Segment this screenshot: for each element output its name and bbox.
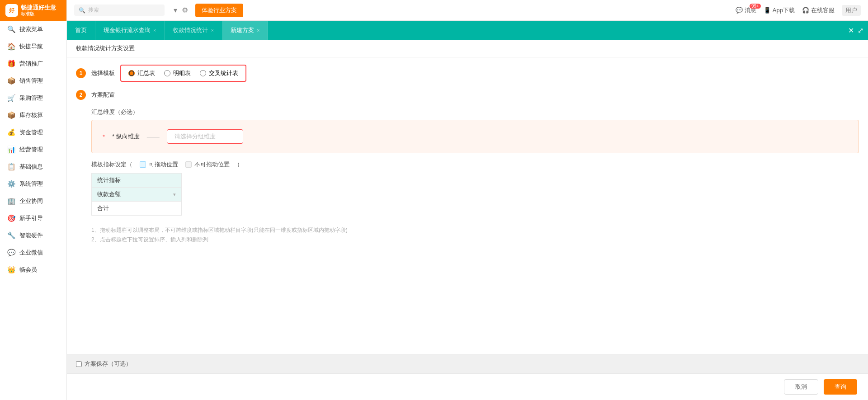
sidebar-marketing-label: 营销推广	[19, 60, 43, 68]
sidebar-item-wechat[interactable]: 💬 企业微信	[0, 244, 66, 261]
save-label: 方案保存（可选）	[85, 360, 132, 368]
sidebar-sales-label: 销售管理	[19, 77, 43, 85]
legend-fixed: 不可拖动位置	[185, 160, 230, 169]
chevron-down-icon[interactable]: ▾	[174, 6, 177, 14]
sidebar-item-collab[interactable]: 🏢 企业协同	[0, 193, 66, 210]
app-download-btn[interactable]: 📱 App下载	[764, 6, 795, 14]
purchase-icon: 🛒	[7, 94, 16, 102]
sidebar-search-label: 搜索菜单	[19, 25, 43, 33]
tab-cashflow-label: 现金银行流水查询	[104, 26, 151, 34]
sidebar-item-inventory[interactable]: 📦 库存核算	[0, 107, 66, 124]
service-icon: 🎧	[802, 7, 809, 14]
topbar-right: 💬 99+ 消息 📱 App下载 🎧 在线客服 用户	[736, 5, 861, 16]
sidebar-item-search[interactable]: 🔍 搜索菜单	[0, 21, 66, 38]
dropdown-arrow-icon[interactable]: ▾	[173, 192, 176, 198]
radio-detail-label: 明细表	[173, 69, 191, 77]
sidebar-item-marketing[interactable]: 🎁 营销推广	[0, 55, 66, 72]
indicator-section: 模板指标设定（ 可拖动位置 不可拖动位置 ）	[91, 160, 859, 216]
content-area: 收款情况统计方案设置 1 选择模板 汇总表 明细表	[67, 40, 868, 373]
sidebar-item-nav[interactable]: 🏠 快捷导航	[0, 38, 66, 55]
radio-cross-label: 交叉统计表	[209, 69, 238, 77]
save-checkbox[interactable]	[76, 361, 82, 367]
settings-icon[interactable]: ⚙	[182, 6, 188, 14]
collab-icon: 🏢	[7, 197, 16, 205]
message-icon: 💬	[736, 7, 743, 14]
tab-receivables[interactable]: 收款情况统计 ×	[165, 21, 222, 40]
message-btn[interactable]: 💬 99+ 消息	[736, 6, 756, 14]
message-badge: 99+	[750, 4, 761, 9]
logo-text: 畅捷通好生意	[21, 4, 56, 11]
tabbar-close-btn[interactable]: ✕	[848, 26, 854, 35]
cancel-button[interactable]: 取消	[784, 379, 818, 395]
sidebar-item-basic[interactable]: 📋 基础信息	[0, 158, 66, 175]
sidebar-item-guide[interactable]: 🎯 新手引导	[0, 210, 66, 227]
indicator-table: 统计指标 收款金额 ▾ 合计	[91, 173, 182, 216]
query-button[interactable]: 查询	[824, 379, 857, 395]
topbar-search-icon: 🔍	[79, 7, 85, 14]
sidebar-purchase-label: 采购管理	[19, 94, 43, 102]
radio-cross[interactable]: 交叉统计表	[200, 69, 238, 77]
step2-label: 方案配置	[91, 91, 115, 99]
sidebar-basic-label: 基础信息	[19, 163, 43, 171]
app-download-label: App下载	[773, 6, 795, 14]
sidebar-inventory-label: 库存核算	[19, 111, 43, 119]
topbar-search-box[interactable]: 🔍 搜索	[74, 5, 165, 16]
step2-row: 2 方案配置	[76, 90, 859, 100]
radio-cross-input[interactable]	[200, 70, 206, 76]
search-icon: 🔍	[7, 25, 16, 33]
online-service-btn[interactable]: 🎧 在线客服	[802, 6, 835, 14]
footer-save: 方案保存（可选）	[67, 354, 868, 373]
trial-btn[interactable]: 体验行业方案	[195, 4, 243, 17]
sidebar-member-label: 畅会员	[19, 266, 37, 274]
tab-cashflow-close[interactable]: ×	[153, 28, 156, 33]
radio-detail[interactable]: 明细表	[164, 69, 191, 77]
sidebar-collab-label: 企业协同	[19, 197, 43, 205]
sidebar-item-finance[interactable]: 💰 资金管理	[0, 124, 66, 141]
topbar: 🔍 搜索 ▾ ⚙ 体验行业方案 💬 99+ 消息 📱 App下载 🎧 在线客服 …	[67, 0, 868, 21]
radio-summary-input[interactable]	[128, 70, 135, 76]
step2-section: 2 方案配置 汇总维度（必选） * * 纵向维度 —— 请选择分组维度	[76, 90, 859, 244]
step1-row: 1 选择模板 汇总表 明细表 交叉统计表	[76, 65, 859, 82]
tab-cashflow[interactable]: 现金银行流水查询 ×	[95, 21, 165, 40]
dimension-select[interactable]: 请选择分组维度	[167, 129, 243, 144]
sidebar-guide-label: 新手引导	[19, 214, 43, 222]
tab-new-plan[interactable]: 新建方案 ×	[222, 21, 268, 40]
basic-icon: 📋	[7, 163, 16, 171]
sidebar-item-member[interactable]: 👑 畅会员	[0, 261, 66, 278]
template-selection-box: 汇总表 明细表 交叉统计表	[120, 65, 246, 82]
tab-receivables-close[interactable]: ×	[211, 28, 213, 33]
page-header: 收款情况统计方案设置	[67, 40, 868, 57]
sidebar-hardware-label: 智能硬件	[19, 231, 43, 240]
indicator-cell-amount[interactable]: 收款金额 ▾	[92, 188, 181, 202]
close-paren: ）	[237, 160, 243, 169]
user-avatar[interactable]: 用户	[842, 5, 861, 16]
radio-detail-input[interactable]	[164, 70, 170, 76]
main-area: 🔍 搜索 ▾ ⚙ 体验行业方案 💬 99+ 消息 📱 App下载 🎧 在线客服 …	[67, 0, 868, 400]
movable-box	[140, 161, 146, 168]
tab-new-plan-close[interactable]: ×	[257, 28, 259, 33]
sidebar-item-operation[interactable]: 📊 经营管理	[0, 141, 66, 158]
dimension-placeholder: 请选择分组维度	[175, 133, 216, 140]
page-body: 1 选择模板 汇总表 明细表 交叉统计表	[67, 57, 868, 354]
sidebar-item-sales[interactable]: 📦 销售管理	[0, 72, 66, 89]
radio-summary[interactable]: 汇总表	[128, 69, 155, 77]
page-title: 收款情况统计方案设置	[76, 45, 135, 52]
topbar-icons: ▾ ⚙	[174, 6, 188, 14]
indicator-title: 模板指标设定（	[91, 160, 132, 169]
tabbar-expand-btn[interactable]: ⤢	[858, 26, 863, 35]
sales-icon: 📦	[7, 77, 16, 85]
sidebar-item-system[interactable]: ⚙️ 系统管理	[0, 175, 66, 193]
finance-icon: 💰	[7, 128, 16, 136]
sidebar-item-purchase[interactable]: 🛒 采购管理	[0, 89, 66, 107]
hardware-icon: 🔧	[7, 231, 16, 240]
tab-home[interactable]: 首页	[67, 21, 95, 40]
save-checkbox-label[interactable]: 方案保存（可选）	[76, 360, 132, 368]
required-star: *	[103, 133, 105, 140]
online-service-label: 在线客服	[811, 6, 835, 14]
tab-receivables-label: 收款情况统计	[173, 26, 208, 34]
step1-label: 选择模板	[91, 69, 115, 77]
arrow-icon: ——	[147, 133, 160, 140]
legend-movable: 可拖动位置	[140, 160, 178, 169]
dimension-title: 汇总维度（必选）	[91, 108, 859, 116]
sidebar-item-hardware[interactable]: 🔧 智能硬件	[0, 227, 66, 244]
